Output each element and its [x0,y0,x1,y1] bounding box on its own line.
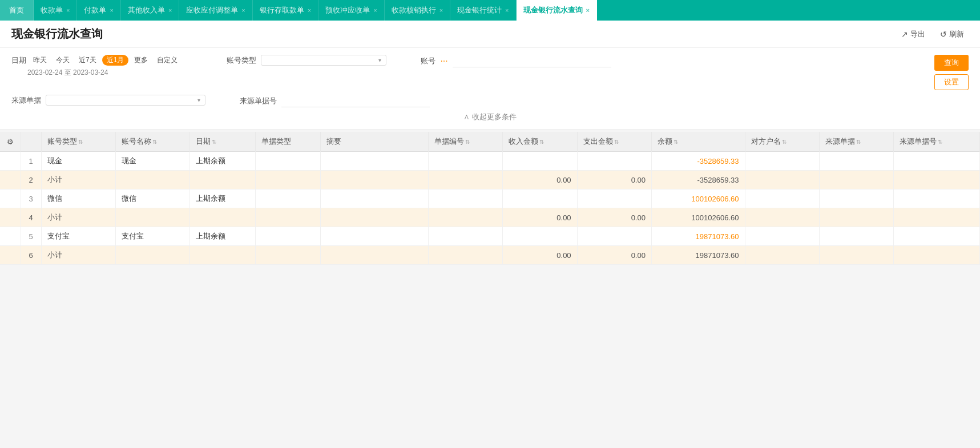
table-body: 1现金现金上期余额-3528659.332小计0.000.00-3528659.… [0,152,980,265]
column-source-doc-no[interactable]: 来源单据号⇅ [894,132,980,152]
nav-tab-银行存取款单[interactable]: 银行存取款单× [253,0,318,21]
table-container: ⚙ 账号类型⇅ 账号名称⇅ 日期⇅ 单据类型 摘要 单据编号⇅ 收入金额⇅ 支出… [0,132,980,265]
nav-tab-付款单[interactable]: 付款单× [77,0,120,21]
table-row: 5支付宝支付宝上期余额19871073.60 [0,227,980,246]
date-shortcuts-row: 日期 昨天今天近7天近1月更多自定义 [11,55,181,66]
collapse-bar[interactable]: ∧ 收起更多条件 [11,110,969,124]
column-counterpart[interactable]: 对方户名⇅ [745,132,819,152]
account-input-group: ··· [440,55,611,67]
filter-row-1: 日期 昨天今天近7天近1月更多自定义 2023-02-24 至 2023-03-… [11,55,969,90]
date-shortcut-更多[interactable]: 更多 [131,55,151,66]
page-header: 现金银行流水查询 ↗ 导出 ↺ 刷新 [0,21,980,48]
date-filter-group: 日期 昨天今天近7天近1月更多自定义 2023-02-24 至 2023-03-… [11,55,181,78]
export-icon: ↗ [901,30,908,39]
top-nav: 首页 收款单×付款单×其他收入单×应收应付调整单×银行存取款单×预收冲应收单×收… [0,0,980,21]
filter-area: 日期 昨天今天近7天近1月更多自定义 2023-02-24 至 2023-03-… [0,48,980,130]
nav-tab-其他收入单[interactable]: 其他收入单× [121,0,179,21]
filter-row-2: 来源单据 ▾ 来源单据号 [11,95,969,107]
table-row: 4小计0.000.00100102606.60 [0,208,980,227]
collapse-arrow-icon: ∧ [463,112,472,121]
refresh-label: 刷新 [949,29,964,39]
account-type-select[interactable]: ▾ [261,55,386,66]
nav-tab-收款核销执行[interactable]: 收款核销执行× [385,0,450,21]
column-doc-type: 单据类型 [255,132,321,152]
nav-tab-应收应付调整单[interactable]: 应收应付调整单× [179,0,252,21]
column-source-doc[interactable]: 来源单据⇅ [819,132,893,152]
nav-tab-现金银行流水查询[interactable]: 现金银行流水查询× [517,0,597,21]
date-shortcut-今天[interactable]: 今天 [53,55,73,66]
page-title: 现金银行流水查询 [11,26,103,42]
source-doc-label: 来源单据 [11,95,41,106]
nav-home-label: 首页 [9,5,24,15]
account-group: 账号 ··· [421,55,611,67]
table-row: 6小计0.000.0019871073.60 [0,246,980,265]
source-doc-no-group: 来源单据号 [240,95,430,107]
action-buttons: 查询 设置 [934,55,969,90]
settings-button[interactable]: 设置 [934,74,969,90]
data-table: ⚙ 账号类型⇅ 账号名称⇅ 日期⇅ 单据类型 摘要 单据编号⇅ 收入金额⇅ 支出… [0,132,980,265]
table-row: 2小计0.000.00-3528659.33 [0,171,980,189]
account-dots-icon[interactable]: ··· [440,56,447,66]
export-button[interactable]: ↗ 导出 [897,27,930,42]
column-balance[interactable]: 余额⇅ [651,132,745,152]
account-input[interactable] [453,55,612,67]
column-account-type[interactable]: 账号类型⇅ [41,132,115,152]
column-income[interactable]: 收入金额⇅ [503,132,577,152]
column-account-name[interactable]: 账号名称⇅ [115,132,189,152]
column-date[interactable]: 日期⇅ [190,132,256,152]
date-range-display: 2023-02-24 至 2023-03-24 [11,68,181,78]
column-doc-no[interactable]: 单据编号⇅ [428,132,502,152]
table-header-row: ⚙ 账号类型⇅ 账号名称⇅ 日期⇅ 单据类型 摘要 单据编号⇅ 收入金额⇅ 支出… [0,132,980,152]
date-shortcut-近1月[interactable]: 近1月 [102,55,129,66]
export-label: 导出 [910,29,925,39]
column-gear[interactable]: ⚙ [0,132,21,152]
account-label: 账号 [421,56,435,66]
source-doc-no-label: 来源单据号 [240,96,277,106]
header-actions: ↗ 导出 ↺ 刷新 [897,27,969,42]
refresh-button[interactable]: ↺ 刷新 [935,27,969,42]
source-doc-no-input[interactable] [281,95,430,107]
nav-tab-现金银行统计[interactable]: 现金银行统计× [450,0,516,21]
table-row: 3微信微信上期余额100102606.60 [0,189,980,208]
refresh-icon: ↺ [940,30,947,39]
column-summary: 摘要 [321,132,428,152]
date-shortcut-近7天[interactable]: 近7天 [75,55,100,66]
date-shortcut-昨天[interactable]: 昨天 [30,55,50,66]
column-expense[interactable]: 支出金额⇅ [577,132,651,152]
collapse-label: 收起更多条件 [472,112,517,121]
date-label: 日期 [11,55,26,66]
table-row: 1现金现金上期余额-3528659.33 [0,152,980,171]
query-button[interactable]: 查询 [934,55,969,71]
account-type-arrow-icon: ▾ [378,57,381,63]
source-doc-group: 来源单据 ▾ [11,95,205,106]
source-doc-arrow-icon: ▾ [197,97,200,103]
nav-home[interactable]: 首页 [0,0,34,21]
date-shortcut-自定义[interactable]: 自定义 [154,55,181,66]
account-type-group: 账号类型 ▾ [227,55,386,66]
source-doc-select[interactable]: ▾ [46,95,205,106]
date-shortcuts: 昨天今天近7天近1月更多自定义 [30,55,181,66]
nav-tab-预收冲应收单[interactable]: 预收冲应收单× [318,0,384,21]
column-num [21,132,41,152]
account-type-label: 账号类型 [227,55,256,66]
nav-tab-收款单[interactable]: 收款单× [34,0,77,21]
